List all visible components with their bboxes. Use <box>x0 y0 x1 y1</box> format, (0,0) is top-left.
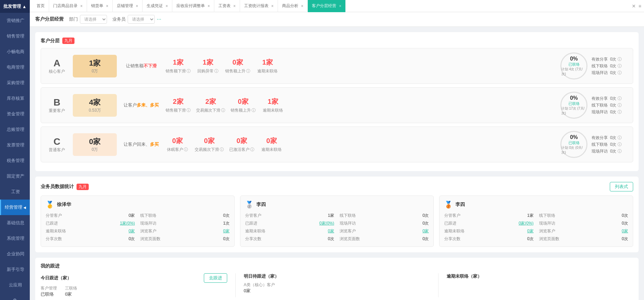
metric-b-3[interactable]: 1家 逾期未联络 <box>261 97 285 113</box>
biz-row-2-2: 已跟进0家(0%) <box>444 221 533 226</box>
metric-c-3-count: 0家 <box>266 136 277 145</box>
filter-more-icon[interactable]: ··· <box>157 16 161 22</box>
sidebar-top[interactable]: 批发管理 ▲ <box>0 0 30 13</box>
sidebar-item-jingying[interactable]: 经营管理 ◀ <box>0 200 30 215</box>
metric-b-1[interactable]: 2家 交易频次下滑 ⓘ <box>196 97 225 113</box>
visit-info-a[interactable]: ⓘ <box>618 70 622 75</box>
followup-section: 我的跟进 今日跟进（家） 去跟进 客户管理 已联络 三联络 <box>35 258 639 300</box>
info-icon-c1[interactable]: ⓘ <box>220 147 224 153</box>
info-icon-c2[interactable]: ⓘ <box>250 147 254 153</box>
tier-c-stat-0: 有效分享 0次 ⓘ <box>592 135 629 141</box>
metric-b-3-count: 1家 <box>267 97 278 106</box>
metric-a-3[interactable]: 1家 逾期未联络 <box>256 58 279 74</box>
settings-icon[interactable]: ⚙ <box>0 293 30 300</box>
sidebar-item-fapiao[interactable]: 发票管理 <box>0 137 30 153</box>
metric-a-0-count: 1家 <box>173 58 183 67</box>
dept-select[interactable]: 请选择 <box>80 15 107 24</box>
sidebar-item-jichu[interactable]: 基础信息 <box>0 215 30 231</box>
tier-b-stat-1: 线下联络 0次 ⓘ <box>592 102 629 108</box>
tab-salary[interactable]: 工资表 × <box>214 0 240 12</box>
tab-goods[interactable]: 商品分析 × <box>278 0 308 12</box>
tier-b-stats: 4家 0.53万 <box>73 94 117 117</box>
tab-payable[interactable]: 应收应付调整单 × <box>172 0 214 12</box>
info-icon-b1[interactable]: ⓘ <box>221 108 225 113</box>
share-info-b[interactable]: ⓘ <box>618 96 622 101</box>
tab-customer-close[interactable]: × <box>339 4 341 8</box>
sidebar-item-diangshang[interactable]: 电商管理 <box>0 60 30 75</box>
tier-row-a: A 核心客户 1家 0万 让销售额不下滑 1家 销售额下滑 ⓘ 1家 <box>41 48 633 84</box>
sidebar-item-yun[interactable]: 云应用 <box>0 277 30 293</box>
tab-voucher[interactable]: 生成凭证 × <box>143 0 172 12</box>
info-icon-a0[interactable]: ⓘ <box>187 68 191 74</box>
close-all-icon[interactable]: ✕ <box>632 3 636 9</box>
metric-c-3[interactable]: 0家 逾期未联络 <box>260 136 283 153</box>
tier-b-name: 重要客户 <box>45 108 69 114</box>
visit-info-c[interactable]: ⓘ <box>618 149 622 154</box>
tab-payable-close[interactable]: × <box>208 4 210 8</box>
info-icon-b2[interactable]: ⓘ <box>252 108 256 113</box>
tab-salaryreport[interactable]: 工资统计报表 × <box>240 0 278 12</box>
metric-a-2[interactable]: 0家 销售额上升 ⓘ <box>225 58 250 74</box>
page-title: 客户分层经营 <box>35 16 64 22</box>
info-icon-c0[interactable]: ⓘ <box>184 147 188 153</box>
sidebar-item-xiaoshou[interactable]: 销售管理 <box>0 28 30 44</box>
tab-sales[interactable]: 销货单 × <box>87 0 113 12</box>
metric-a-1[interactable]: 1家 回购异常 ⓘ <box>196 58 220 74</box>
sidebar-item-shuiwu[interactable]: 税务管理 <box>0 153 30 168</box>
metric-c-1[interactable]: 0家 交易频次下滑 ⓘ <box>195 136 224 153</box>
sidebar-item-xinshou[interactable]: 新手引导 <box>0 262 30 277</box>
sidebar-item-yingxiao[interactable]: 营销推广 <box>0 13 30 28</box>
metric-a-3-label: 逾期未联络 <box>257 68 278 74</box>
tier-c-circle-plan: 计划 0次 (0天/次) <box>561 145 586 155</box>
sidebar-item-kucun[interactable]: 库存核算 <box>0 91 30 106</box>
sidebar-item-qiye[interactable]: 企业协同 <box>0 246 30 262</box>
offline-info-a[interactable]: ⓘ <box>618 64 622 68</box>
tab-products-close[interactable]: × <box>80 4 83 8</box>
metric-c-3-label: 逾期未联络 <box>261 147 282 153</box>
biz-card-0-header: 🥇 徐泽华 <box>46 201 230 209</box>
biz-row-2-4: 逾期未联络0家 <box>444 228 533 234</box>
info-icon-b0[interactable]: ⓘ <box>187 108 191 113</box>
tab-products[interactable]: 门店商品目录 × <box>49 0 87 12</box>
tab-salaryreport-close[interactable]: × <box>271 4 274 8</box>
sidebar-item-xitong[interactable]: 系统管理 <box>0 231 30 246</box>
share-info-c[interactable]: ⓘ <box>618 135 622 140</box>
tab-sales-close[interactable]: × <box>106 4 108 8</box>
biz-row-2-5: 浏览客户0家 <box>539 228 628 234</box>
tab-customer[interactable]: 客户分层经营 × <box>308 0 346 12</box>
info-icon-a2[interactable]: ⓘ <box>246 68 250 74</box>
metric-c-0[interactable]: 0家 休眠客户 ⓘ <box>166 136 189 153</box>
tier-c-stats: 0家 0万 <box>73 133 117 156</box>
tab-salary-close[interactable]: × <box>233 4 236 8</box>
tab-goods-close[interactable]: × <box>301 4 303 8</box>
tier-a-stat-0: 有效分享 0次 ⓘ <box>592 56 629 62</box>
offline-info-c[interactable]: ⓘ <box>618 142 622 147</box>
share-info-a[interactable]: ⓘ <box>618 57 622 62</box>
metric-a-0[interactable]: 1家 销售额下滑 ⓘ <box>166 58 191 74</box>
metric-b-0[interactable]: 2家 销售额下滑 ⓘ <box>166 97 191 113</box>
info-icon-a1[interactable]: ⓘ <box>214 68 218 74</box>
metric-c-2[interactable]: 0家 已激活客户 ⓘ <box>229 136 254 153</box>
sales-select[interactable]: 请选择 <box>128 15 155 24</box>
offline-info-b[interactable]: ⓘ <box>618 103 622 108</box>
biz-row-1-4: 逾期未联络0家 <box>245 228 334 234</box>
biz-row-0-5: 浏览客户0家 <box>140 228 229 234</box>
sidebar-item-zijin[interactable]: 资金管理 <box>0 106 30 122</box>
tab-store-close[interactable]: × <box>136 4 138 8</box>
goto-followup-button[interactable]: 去跟进 <box>204 273 227 283</box>
visit-info-b[interactable]: ⓘ <box>618 110 622 114</box>
tab-store[interactable]: 店铺管理 × <box>113 0 143 12</box>
list-view-button[interactable]: 列表式 <box>610 182 633 191</box>
sidebar-item-gudingzichan[interactable]: 固定资产 <box>0 168 30 184</box>
metric-b-2[interactable]: 0家 销售额上升 ⓘ <box>231 97 256 113</box>
sidebar-item-xiaodian[interactable]: 小畅电商 <box>0 44 30 60</box>
sidebar-item-zhangzhang[interactable]: 总账管理 <box>0 122 30 137</box>
sidebar-item-caigou[interactable]: 采购管理 <box>0 75 30 91</box>
overdue-title: 逾期未联络（家） <box>447 273 633 279</box>
biz-row-2-6: 分享次数0次 <box>444 236 533 242</box>
sidebar-item-gongzi[interactable]: 工资 <box>0 184 30 200</box>
tabs-menu-icon[interactable]: ≡ <box>639 3 641 9</box>
tab-voucher-close[interactable]: × <box>166 4 168 8</box>
tab-home[interactable]: 首页 <box>33 0 49 12</box>
tomorrow-followup-col: 明日待跟进（家） A类（核心）客户 0家 <box>244 273 430 294</box>
